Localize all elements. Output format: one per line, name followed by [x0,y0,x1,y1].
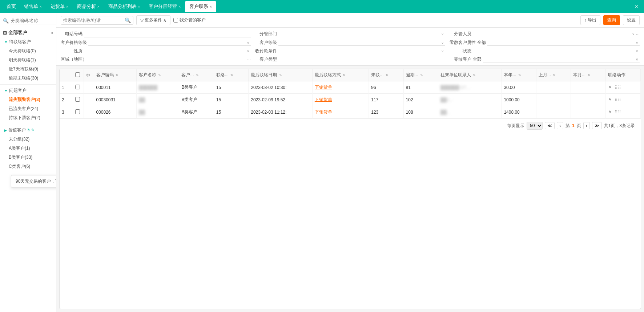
col-settings[interactable]: ⚙ [84,69,94,81]
sort-overdue-icon[interactable]: ⇅ [420,73,423,77]
sidebar-item-7days[interactable]: 近7天待联络(0) [0,65,56,74]
row-checkbox[interactable] [75,85,80,89]
region-dots[interactable]: ··· [247,57,251,62]
last-page-btn[interactable]: ≫ [592,122,602,129]
tab-customer-tier[interactable]: 客户分层经营 × [144,1,185,12]
sidebar-item-class-a[interactable]: A类客户(1) [0,144,56,153]
action-flag-icon[interactable]: ⚑ [608,97,612,102]
data-table-container: ⚙ 客户编码 ⇅ 客户名称 ⇅ 客户... ⇅ [59,69,641,309]
sort-year-icon[interactable]: ⇅ [518,73,521,77]
home-tab[interactable]: 首页 [3,1,20,12]
filter-region: 区域（地区） ··· [61,56,251,62]
close-product-analysis-list-tab[interactable]: × [138,5,140,9]
sidebar-item-class-c[interactable]: C类客户(6) [0,162,56,171]
cell-last-method[interactable]: 下销货单 [312,94,369,106]
sidebar-item-churn-warning[interactable]: 流失预警客户(3) [0,95,56,104]
select-all-checkbox[interactable] [75,72,80,77]
value-refresh-icon[interactable]: ↻ [27,128,31,133]
more-conditions-btn[interactable]: ▽ 更多条件 ∧ [136,15,170,25]
tab-purchase[interactable]: 进货单 × [46,1,73,12]
arrow-down-icon: ▼ [4,40,8,44]
sort-type-icon[interactable]: ⇅ [196,73,199,77]
close-customer-tier-tab[interactable]: × [178,5,181,9]
sidebar-all-customers[interactable]: ⊞ 全部客户 « [0,28,56,37]
row-checkbox[interactable] [75,109,80,114]
customer-level-select[interactable]: ∨ [278,40,445,46]
action-more-icon[interactable]: ⠿⠿ [615,85,621,90]
dept-select[interactable]: ∨ [278,31,445,37]
zero-attr-select[interactable]: ∨ [487,40,640,46]
sidebar-item-unclassified[interactable]: 未分组(32) [0,135,56,144]
cell-code: 00030031 [94,94,136,106]
tab-customer-contact[interactable]: 客户联系 × [185,1,216,12]
sort-name-icon[interactable]: ⇅ [158,73,161,77]
cell-action[interactable]: ⚑ ⠿⠿ [605,106,640,118]
tab-product-analysis[interactable]: 商品分析 × [73,1,104,12]
cell-action[interactable]: ⚑ ⠿⠿ [605,81,640,94]
my-customers-checkbox[interactable] [173,18,178,23]
sidebar-group-problem-title[interactable]: ▼ 问题客户 [0,86,56,95]
price-level-select[interactable]: ∨ [88,40,251,46]
action-more-icon[interactable]: ⠿⠿ [615,97,621,102]
gender-chevron-icon: ∨ [247,49,249,53]
next-page-btn[interactable]: › [583,122,590,129]
page-size-select[interactable]: 50 [527,122,543,130]
sidebar-item-today[interactable]: 今天待联络(0) [0,46,56,56]
sidebar-item-tomorrow[interactable]: 明天待联络(1) [0,56,56,65]
phone-input[interactable] [84,31,251,37]
cell-last-method[interactable]: 下销货单 [312,81,369,94]
sort-uncontacted-icon[interactable]: ⇅ [386,73,389,77]
gender-select[interactable]: ∨ [84,48,251,54]
sort-contact-icon[interactable]: ⇅ [230,73,233,77]
close-sales-tab[interactable]: × [40,5,42,9]
first-page-btn[interactable]: ≪ [545,122,555,129]
cell-overdue: 108 [403,106,438,118]
tab-product-analysis-list[interactable]: 商品分析列表 × [104,1,145,12]
action-flag-icon[interactable]: ⚑ [608,110,612,115]
export-btn[interactable]: ↑ 导出 [580,15,600,25]
sidebar-item-class-b[interactable]: B类客户(33) [0,153,56,162]
value-edit-icon[interactable]: ✎ [31,128,35,133]
filter-panel: 电话号码 分管部门 ∨ 分管人员 ∨ ··· [56,28,644,66]
region-select[interactable] [88,58,247,60]
person-select[interactable]: ∨ [473,31,636,37]
sidebar-search-input[interactable] [10,17,56,24]
customer-type-select[interactable] [278,58,445,60]
tab-sales[interactable]: 销售单 × [20,1,46,12]
close-purchase-tab[interactable]: × [66,5,68,9]
sort-last-month-icon[interactable]: ⇅ [553,73,556,77]
window-close-btn[interactable]: × [632,3,641,10]
sidebar-item-overdue[interactable]: 逾期未联络(30) [0,74,56,83]
person-dots[interactable]: ··· [636,32,640,37]
sidebar: 🔍 ⊞ 全部客户 « ▼ 待联络客户 今天待联络(0) 明天待联络(1) 近7天… [0,13,56,312]
cell-last-date: 2023-02-09 19:52: [249,94,313,106]
zero-customer-select[interactable]: ∨ [483,57,640,62]
sidebar-item-churned[interactable]: 已流失客户(24) [0,104,56,113]
sort-unit-contact-icon[interactable]: ⇅ [473,73,476,77]
row-checkbox[interactable] [75,97,80,102]
close-customer-contact-tab[interactable]: × [210,5,212,9]
status-select[interactable]: ∨ [473,48,640,54]
action-flag-icon[interactable]: ⚑ [608,85,612,90]
sort-code-icon[interactable]: ⇅ [116,73,118,77]
search-icon[interactable]: 🔍 [125,17,131,23]
sidebar-group-pending-title[interactable]: ▼ 待联络客户 [0,37,56,46]
payment-select[interactable]: ∨ [278,48,445,54]
sort-last-date-icon[interactable]: ⇅ [279,73,282,77]
cell-action[interactable]: ⚑ ⠿⠿ [605,94,640,106]
sidebar-group-value-title[interactable]: ▶ 价值客户 ↻ ✎ [0,126,56,135]
filter-row-4: 区域（地区） ··· 客户类型 零散客户 全部 [61,56,640,62]
sort-last-method-icon[interactable]: ⇅ [343,73,346,77]
zero-customer-chevron-icon: ∨ [636,57,638,61]
action-more-icon[interactable]: ⠿⠿ [615,110,621,115]
cell-last-method[interactable]: 下销货单 [312,106,369,118]
data-table: ⚙ 客户编码 ⇅ 客户名称 ⇅ 客户... ⇅ [60,69,641,118]
sidebar-item-declining[interactable]: 持续下滑客户(2) [0,113,56,122]
settings-btn[interactable]: 设置 [623,15,640,25]
close-product-analysis-tab[interactable]: × [97,5,100,9]
query-btn[interactable]: 查询 [603,15,620,25]
table-row: 3 000026 ██ B类客户 15 2023-02-03 11:12: 下销… [60,106,641,118]
prev-page-btn[interactable]: ‹ [557,122,563,129]
sort-this-month-icon[interactable]: ⇅ [588,73,591,77]
search-input[interactable] [63,18,125,23]
